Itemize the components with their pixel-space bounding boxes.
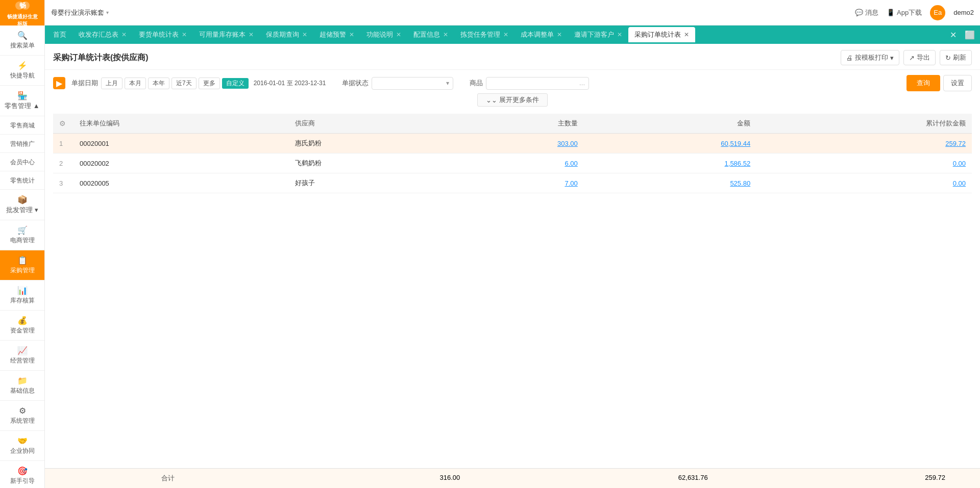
row-1-code: 00020001 bbox=[74, 134, 289, 153]
date-shortcut-thismonth[interactable]: 本月 bbox=[125, 78, 146, 89]
row-3-paid-link[interactable]: 0.00 bbox=[953, 179, 966, 187]
filter-toggle-button[interactable]: ▶ bbox=[53, 77, 65, 89]
tab-funcdesc[interactable]: 功能说明 ✕ bbox=[360, 27, 407, 42]
goods-input-more[interactable]: … bbox=[579, 80, 585, 87]
sidebar-item-retail[interactable]: 🏪 零售管理 ▲ bbox=[0, 86, 44, 116]
sidebar-item-wholesale-label: 批发管理 ▾ bbox=[2, 206, 42, 215]
sidebar-item-shortcut[interactable]: ⚡ 快捷导航 bbox=[0, 56, 44, 86]
sidebar-item-purchase[interactable]: 📋 采购管理 bbox=[0, 250, 44, 280]
sidebar-item-wholesale[interactable]: 📦 批发管理 ▾ bbox=[0, 190, 44, 220]
message-action[interactable]: 💬 消息 bbox=[855, 8, 878, 17]
row-2-qty-link[interactable]: 6.00 bbox=[565, 160, 577, 167]
tab-expiry-close[interactable]: ✕ bbox=[302, 31, 307, 38]
filter-date-item: 单据日期 上月 本月 本年 近7天 更多 自定义 2016-01-01 至 bbox=[71, 78, 326, 89]
column-settings-icon[interactable]: ⚙ bbox=[59, 119, 66, 127]
tab-funcdesc-close[interactable]: ✕ bbox=[396, 31, 401, 38]
date-shortcut-thisyear[interactable]: 本年 bbox=[148, 78, 169, 89]
export-button[interactable]: ↗ 导出 bbox=[903, 50, 936, 65]
tab-require-label: 要货单统计表 bbox=[139, 30, 179, 39]
shortcut-icon: ⚡ bbox=[2, 61, 42, 70]
tab-picktask[interactable]: 拣货任务管理 ✕ bbox=[454, 27, 514, 42]
query-button[interactable]: 查询 bbox=[906, 75, 940, 91]
sidebar-item-system[interactable]: ⚙ 系统管理 bbox=[0, 401, 44, 431]
tab-close-all-btn[interactable]: ✕ bbox=[947, 29, 960, 41]
workspace-arrow: ▾ bbox=[106, 10, 109, 15]
tab-maximize-btn[interactable]: ⬜ bbox=[962, 29, 978, 41]
refresh-button[interactable]: ↻ 刷新 bbox=[940, 50, 972, 65]
tab-require[interactable]: 要货单统计表 ✕ bbox=[133, 27, 193, 42]
user-avatar[interactable]: Ea bbox=[930, 5, 945, 20]
retail-icon: 🏪 bbox=[2, 91, 42, 100]
sidebar-item-marketing[interactable]: 营销推广 bbox=[0, 135, 44, 153]
tab-invite[interactable]: 邀请下游客户 ✕ bbox=[568, 27, 628, 42]
tab-costadjust-close[interactable]: ✕ bbox=[557, 31, 562, 38]
date-shortcut-more[interactable]: 更多 bbox=[199, 78, 220, 89]
table-row: 3 00020005 好孩子 7.00 525.80 0.00 bbox=[53, 173, 972, 193]
row-3-qty-link[interactable]: 7.00 bbox=[565, 179, 577, 187]
table-body: 1 00020001 惠氏奶粉 303.00 60,519.44 259.72 bbox=[53, 134, 972, 193]
status-select[interactable] bbox=[372, 77, 453, 90]
filter-area: ▶ 单据日期 上月 本月 本年 近7天 更多 自定义 2016-01-01 bbox=[45, 70, 980, 114]
goods-input[interactable] bbox=[486, 77, 589, 90]
row-3-amount-link[interactable]: 525.80 bbox=[730, 179, 750, 187]
row-1-paid: 259.72 bbox=[756, 134, 972, 153]
tabbar-actions: ✕ ⬜ bbox=[947, 29, 978, 41]
expand-conditions-button[interactable]: ⌄⌄ 展开更多条件 bbox=[477, 93, 548, 107]
sidebar-item-search[interactable]: 🔍 搜索菜单 bbox=[0, 25, 44, 56]
tab-collect[interactable]: 收发存汇总表 ✕ bbox=[72, 27, 133, 42]
tab-picktask-close[interactable]: ✕ bbox=[503, 31, 508, 38]
sidebar-nav: 🔍 搜索菜单 ⚡ 快捷导航 🏪 零售管理 ▲ 零售商城 营销推广 会员中心 零售… bbox=[0, 25, 44, 488]
refresh-icon: ↻ bbox=[945, 54, 951, 62]
tab-overstock[interactable]: 超储预警 ✕ bbox=[313, 27, 360, 42]
sidebar-item-ecommerce[interactable]: 🛒 电商管理 bbox=[0, 220, 44, 250]
row-2-paid-link[interactable]: 0.00 bbox=[953, 160, 966, 167]
tab-require-close[interactable]: ✕ bbox=[182, 31, 187, 38]
tab-picktask-label: 拣货任务管理 bbox=[460, 30, 500, 39]
table-footer: 合计 316.00 62,631.76 259.72 bbox=[45, 468, 980, 488]
template-print-button[interactable]: 🖨 按模板打印 ▾ bbox=[841, 50, 899, 65]
tab-stock[interactable]: 可用量库存账本 ✕ bbox=[193, 27, 260, 42]
tab-invite-close[interactable]: ✕ bbox=[617, 31, 622, 38]
date-custom-badge[interactable]: 自定义 bbox=[222, 78, 249, 89]
table-area: ⚙ 往来单位编码 供应商 主数量 金额 累计付款金额 1 00020001 惠氏… bbox=[45, 114, 980, 468]
row-2-amount: 1,586.52 bbox=[584, 153, 756, 173]
row-2-amount-link[interactable]: 1,586.52 bbox=[725, 160, 751, 167]
tab-collect-label: 收发存汇总表 bbox=[79, 30, 118, 39]
workspace-selector[interactable]: 母婴行业演示账套 ▾ bbox=[51, 8, 109, 17]
tab-overstock-close[interactable]: ✕ bbox=[349, 31, 354, 38]
sidebar-item-enterprise[interactable]: 🤝 企业协同 bbox=[0, 431, 44, 461]
tab-config[interactable]: 配置信息 ✕ bbox=[407, 27, 454, 42]
sidebar-item-basic[interactable]: 📁 基础信息 bbox=[0, 371, 44, 401]
sidebar-item-retail-mall[interactable]: 零售商城 bbox=[0, 116, 44, 135]
tab-stock-close[interactable]: ✕ bbox=[249, 31, 254, 38]
topbar-right: 💬 消息 📱 App下载 Ea demo2 bbox=[855, 5, 974, 20]
tab-purchasestat-close[interactable]: ✕ bbox=[684, 31, 689, 38]
tab-config-close[interactable]: ✕ bbox=[443, 31, 448, 38]
sidebar-item-search-label: 搜索菜单 bbox=[2, 41, 42, 50]
date-shortcut-lastmonth[interactable]: 上月 bbox=[101, 78, 122, 89]
sidebar-item-finance[interactable]: 💰 资金管理 bbox=[0, 311, 44, 341]
row-1-paid-link[interactable]: 259.72 bbox=[945, 140, 966, 147]
ecommerce-icon: 🛒 bbox=[2, 225, 42, 235]
tab-costadjust[interactable]: 成本调整单 ✕ bbox=[514, 27, 568, 42]
tab-expiry[interactable]: 保质期查询 ✕ bbox=[260, 27, 313, 42]
footer-paid-value: 259.72 bbox=[925, 474, 945, 481]
sidebar-item-operation[interactable]: 📈 经营管理 bbox=[0, 341, 44, 371]
sidebar-item-inventory[interactable]: 📊 库存核算 bbox=[0, 280, 44, 311]
user-initial: Ea bbox=[934, 9, 942, 16]
settings-button[interactable]: 设置 bbox=[943, 75, 972, 91]
row-1-amount-link[interactable]: 60,519.44 bbox=[721, 140, 750, 147]
row-1-qty-link[interactable]: 303.00 bbox=[557, 140, 578, 147]
tab-home[interactable]: 首页 bbox=[47, 27, 72, 42]
date-shortcut-7days[interactable]: 近7天 bbox=[172, 78, 197, 89]
sidebar-item-guide[interactable]: 🎯 新手引导 bbox=[0, 461, 44, 488]
row-3-index: 3 bbox=[53, 173, 74, 193]
app-download-action[interactable]: 📱 App下载 bbox=[887, 8, 922, 17]
sidebar-item-retail-stat[interactable]: 零售统计 bbox=[0, 171, 44, 190]
tab-purchasestat[interactable]: 采购订单统计表 ✕ bbox=[628, 27, 695, 42]
footer-total-label: 合计 bbox=[161, 474, 175, 482]
sidebar-item-members[interactable]: 会员中心 bbox=[0, 153, 44, 171]
topbar: 母婴行业演示账套 ▾ 💬 消息 📱 App下载 Ea demo2 bbox=[45, 0, 980, 25]
guide-icon: 🎯 bbox=[2, 466, 42, 476]
tab-collect-close[interactable]: ✕ bbox=[121, 31, 127, 38]
